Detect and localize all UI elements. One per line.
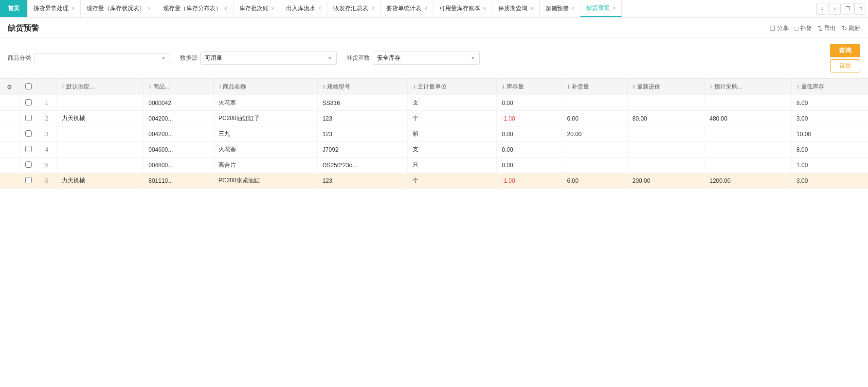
row-min-stock: 3.00: [791, 173, 868, 189]
tab-8[interactable]: 可用量库存账本 ×: [434, 0, 492, 17]
tab-3-close[interactable]: ×: [224, 6, 227, 11]
tab-2-label: 现存量（库存状况表）: [87, 4, 145, 13]
row-spec: SS816: [317, 95, 408, 111]
tab-home[interactable]: 首页: [0, 0, 28, 17]
datasource-value: 可用量: [205, 54, 222, 62]
tab-7[interactable]: 要货单统计表 ×: [380, 0, 434, 17]
row-spec: DS250*23c...: [317, 158, 408, 173]
row-checkbox[interactable]: [25, 99, 32, 106]
tab-7-label: 要货单统计表: [386, 4, 421, 13]
row-latest-price: [627, 158, 705, 173]
row-stock: -1.00: [497, 173, 562, 189]
row-min-stock: 8.00: [791, 142, 868, 158]
export-icon: ⇅: [817, 25, 823, 32]
th-stock[interactable]: ↕ 库存量: [497, 79, 562, 95]
row-checkbox[interactable]: [25, 177, 32, 183]
row-checkbox[interactable]: [25, 161, 32, 168]
tab-bar: 首页 拣货异常处理 × 现存量（库存状况表） × 现存量（库存分布表） × 库存…: [0, 0, 868, 18]
tab-1-close[interactable]: ×: [72, 6, 74, 11]
row-gear: [0, 158, 19, 173]
tab-9-close[interactable]: ×: [530, 6, 533, 11]
tab-6[interactable]: 收发存汇总表 ×: [327, 0, 380, 17]
th-goods-name[interactable]: ↕ 商品名称: [214, 79, 318, 95]
replenish-filter: 补货基数 安全库存 ▼: [346, 52, 480, 65]
row-spec: 123: [317, 173, 408, 189]
tab-11-close[interactable]: ×: [613, 5, 615, 11]
export-button[interactable]: ⇅ 导出: [817, 24, 836, 33]
tab-nav-next[interactable]: ›: [829, 3, 841, 15]
row-min-stock: 3.00: [791, 111, 868, 126]
th-est-purchase[interactable]: ↕ 预计采购...: [705, 79, 792, 95]
refresh-button[interactable]: ↻ 刷新: [842, 24, 860, 33]
row-unit: 箱: [408, 126, 497, 142]
row-supplier: [56, 142, 144, 158]
replenish-select[interactable]: 安全库存 ▼: [373, 52, 480, 65]
row-replenish-qty: [562, 158, 627, 173]
share-label: 分享: [777, 24, 789, 33]
tab-9[interactable]: 保质期查询 ×: [492, 0, 540, 17]
tab-11[interactable]: 缺货预警 ×: [580, 0, 622, 17]
data-table: ⚙ ↕ 默认供应... ↕ 商品...: [0, 78, 868, 189]
tab-7-close[interactable]: ×: [424, 6, 427, 11]
table-row: 4 004600... 火花塞 J7092 支 0.00 8.00: [0, 142, 868, 158]
tab-2[interactable]: 现存量（库存状况表） ×: [81, 0, 157, 17]
th-supplier[interactable]: ↕ 默认供应...: [56, 79, 144, 95]
tab-4-close[interactable]: ×: [271, 6, 274, 11]
row-stock: 0.00: [497, 142, 562, 158]
tab-6-close[interactable]: ×: [371, 6, 374, 11]
tab-nav-restore[interactable]: ❐: [842, 3, 853, 15]
th-replenish-qty[interactable]: ↕ 补货量: [562, 79, 627, 95]
row-goods-code: 004800...: [144, 158, 214, 173]
row-replenish-qty: 6.00: [562, 173, 627, 189]
row-goods-name: 火花塞: [214, 95, 318, 111]
row-checkbox[interactable]: [25, 130, 32, 137]
export-label: 导出: [824, 24, 836, 33]
tab-10[interactable]: 超储预警 ×: [540, 0, 581, 17]
tab-8-label: 可用量库存账本: [439, 4, 480, 13]
row-num: 3: [37, 126, 56, 142]
replenish-value: 安全库存: [377, 54, 400, 62]
row-min-stock: 10.00: [791, 126, 868, 142]
category-select[interactable]: ▼: [34, 53, 170, 63]
row-goods-code: 0000042: [144, 95, 214, 111]
th-min-stock[interactable]: ↕ 最低库存: [791, 79, 868, 95]
tab-10-close[interactable]: ×: [572, 6, 575, 11]
header-actions: ❐ 分享 □ 补货 ⇅ 导出 ↻ 刷新: [770, 24, 860, 33]
datasource-select[interactable]: 可用量 ▼: [200, 52, 337, 65]
row-checkbox-cell: [19, 95, 37, 111]
tab-3-label: 现存量（库存分布表）: [163, 4, 221, 13]
replenish-button[interactable]: □ 补货: [795, 24, 812, 33]
tab-5[interactable]: 出入库流水 ×: [280, 0, 327, 17]
table-row: 6 力天机械 801110... PC200张紧油缸 123 个 -1.00 6…: [0, 173, 868, 189]
row-checkbox[interactable]: [25, 115, 32, 121]
row-est-purchase: 480.00: [705, 111, 792, 126]
row-checkbox[interactable]: [25, 146, 32, 152]
tab-nav-buttons: ‹ › ❐ □: [816, 3, 868, 15]
row-checkbox-cell: [19, 111, 37, 126]
tab-3[interactable]: 现存量（库存分布表） ×: [157, 0, 234, 17]
row-num: 6: [37, 173, 56, 189]
select-all-checkbox[interactable]: [25, 83, 32, 89]
tab-4[interactable]: 库存批次账 ×: [234, 0, 281, 17]
setting-button[interactable]: 设置: [830, 59, 860, 72]
th-goods-name-label: ↕ 商品名称: [218, 83, 246, 91]
tab-2-close[interactable]: ×: [148, 6, 151, 11]
category-label: 商品分类: [8, 54, 31, 62]
th-spec[interactable]: ↕ 规格型号: [317, 79, 408, 95]
share-button[interactable]: ❐ 分享: [770, 24, 789, 33]
table-header-row: ⚙ ↕ 默认供应... ↕ 商品...: [0, 79, 868, 95]
tab-5-close[interactable]: ×: [318, 6, 321, 11]
row-est-purchase: [705, 158, 792, 173]
th-latest-price[interactable]: ↕ 最新进价: [627, 79, 705, 95]
tab-1[interactable]: 拣货异常处理 ×: [28, 0, 81, 17]
row-latest-price: 80.00: [627, 111, 705, 126]
th-unit[interactable]: ↕ 主计量单位: [408, 79, 497, 95]
tab-8-close[interactable]: ×: [483, 6, 486, 11]
tab-nav-prev[interactable]: ‹: [816, 3, 828, 15]
row-goods-name: 离合片: [214, 158, 318, 173]
th-goods-code[interactable]: ↕ 商品...: [144, 79, 214, 95]
query-button[interactable]: 查询: [830, 44, 860, 57]
row-replenish-qty: [562, 95, 627, 111]
tab-nav-expand[interactable]: □: [854, 3, 866, 15]
th-settings[interactable]: ⚙: [0, 79, 19, 95]
